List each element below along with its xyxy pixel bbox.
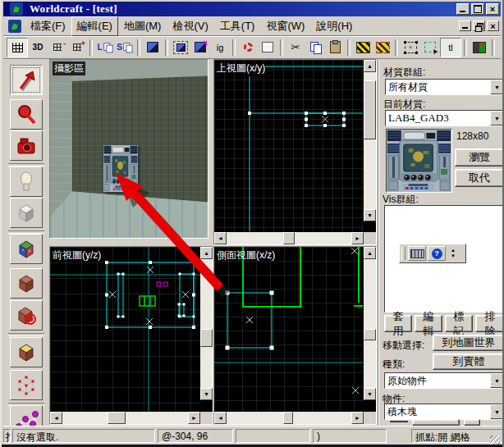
grid-smaller-button[interactable]: - (48, 39, 67, 57)
replace-button[interactable]: 取代 (455, 169, 504, 187)
save-window-state-button[interactable]: S (115, 39, 135, 57)
scroll-left-button[interactable]: ◄ (50, 412, 62, 424)
menu-item-view[interactable]: 檢視(V) (167, 16, 213, 36)
scroll-right-button[interactable]: ► (188, 412, 200, 424)
scroll-left-button[interactable]: ◄ (214, 232, 227, 244)
visgroup-edit-button[interactable]: 編輯 (415, 315, 442, 332)
mdi-minimize-button[interactable] (459, 21, 471, 31)
object-combo[interactable]: 積木塊 ▼ (384, 404, 504, 420)
close-button[interactable]: × (486, 3, 499, 15)
chevron-down-icon[interactable]: ▼ (490, 80, 504, 94)
size-spinner[interactable]: ▲▼ (451, 249, 456, 258)
scroll-thumb[interactable] (283, 412, 293, 424)
cordon-edit-button[interactable] (373, 39, 392, 57)
menu-item-file[interactable]: 檔案(F) (25, 16, 71, 36)
front-horizontal-scrollbar[interactable]: ◄ ► (50, 412, 200, 424)
scroll-right-button[interactable]: ► (351, 232, 364, 244)
keyboard-button[interactable] (408, 246, 426, 261)
maximize-button[interactable] (471, 3, 484, 15)
spinner-down-icon[interactable]: ▼ (451, 254, 456, 258)
clipping-tool[interactable] (10, 337, 43, 367)
scroll-thumb[interactable] (283, 232, 295, 244)
mdi-restore-button[interactable] (473, 21, 485, 31)
clipped-toolbar-button[interactable]: ʒ (497, 39, 504, 57)
scroll-thumb[interactable] (200, 329, 213, 347)
scroll-thumb[interactable] (108, 412, 126, 424)
ungroup-button[interactable]: ↯ (190, 39, 210, 57)
scroll-thumb[interactable] (364, 80, 376, 139)
texture-lock-button[interactable]: tl (440, 38, 461, 57)
texture-group-combo[interactable]: 所有材質 ▼ (385, 79, 504, 95)
clipped-button[interactable] (464, 419, 480, 426)
to-world-button[interactable]: 到地圖世界 (433, 335, 504, 351)
scroll-right-button[interactable]: ► (351, 412, 364, 424)
menu-item-help[interactable]: 說明(H) (310, 16, 358, 36)
clipped-insert-button[interactable] (412, 419, 460, 426)
visgroup-mark-button[interactable]: 標記 (445, 315, 473, 332)
grid-3d-button[interactable]: 3D (28, 39, 48, 57)
camera-viewport[interactable]: 攝影區 (49, 59, 208, 239)
chevron-down-icon[interactable]: ▼ (490, 373, 504, 388)
selection-bounds-button[interactable]: × (401, 39, 420, 57)
spinner-up-icon[interactable]: ▲ (451, 249, 456, 253)
side-viewport-canvas[interactable] (214, 247, 363, 412)
scroll-up-button[interactable]: ▲ (364, 247, 376, 259)
to-entity-button[interactable]: 到實體 (433, 353, 504, 370)
face-flip-button[interactable] (470, 39, 489, 57)
magnify-tool[interactable] (10, 99, 43, 130)
top-viewport-canvas[interactable] (214, 60, 363, 231)
entity-tool[interactable] (10, 166, 43, 197)
block-tool[interactable] (10, 198, 43, 228)
help-button[interactable]: ? (428, 246, 446, 261)
side-horizontal-scrollbar[interactable]: ◄ ► (214, 412, 364, 424)
category-combo[interactable]: 原始物件 ▼ (384, 372, 504, 389)
apply-texture-tool[interactable] (10, 268, 43, 299)
top-horizontal-scrollbar[interactable]: ◄ ► (214, 232, 364, 244)
cordon-button[interactable] (353, 39, 373, 57)
hide-selected-button[interactable] (238, 39, 258, 57)
scroll-down-button[interactable]: ▼ (364, 209, 376, 221)
texture-application-tool[interactable] (10, 234, 43, 264)
top-vertical-scrollbar[interactable]: ▲ ▼ (364, 60, 376, 221)
camera-tool[interactable] (10, 130, 43, 161)
ignore-groups-button[interactable]: ig (210, 39, 230, 57)
menu-item-window[interactable]: 視窗(W) (260, 16, 310, 36)
paste-button[interactable] (325, 39, 345, 57)
vertex-tool[interactable] (10, 370, 43, 400)
scroll-left-button[interactable]: ◄ (214, 412, 227, 424)
current-texture-combo[interactable]: LAB4_GAD3 ▼ (385, 110, 504, 126)
scroll-down-button[interactable]: ▼ (200, 388, 213, 400)
path-tool[interactable] (10, 405, 43, 426)
minimize-button[interactable] (456, 3, 470, 15)
carve-button[interactable] (143, 39, 163, 57)
mdi-close-button[interactable]: × (487, 21, 499, 31)
floating-mini-toolbar[interactable]: ? ▲▼ (399, 244, 466, 263)
grid-toggle-button[interactable] (7, 38, 28, 57)
visgroup-exclude-button[interactable]: 排除 (475, 315, 504, 332)
scroll-up-button[interactable]: ▲ (200, 247, 213, 259)
cut-button[interactable]: ✂ (286, 39, 305, 57)
group-button[interactable] (171, 39, 190, 57)
menu-item-edit[interactable]: 編輯(E) (71, 16, 118, 36)
chevron-down-icon[interactable]: ▼ (490, 111, 504, 125)
browse-button[interactable]: 瀏覽 (455, 148, 504, 166)
decals-tool[interactable] (10, 300, 43, 331)
toolbar-grip[interactable] (401, 247, 405, 260)
title-bar[interactable]: Worldcraft - [test] × (3, 2, 501, 16)
side-vertical-scrollbar[interactable]: ▲ ▼ (364, 247, 376, 400)
menu-item-tools[interactable]: 工具(T) (214, 16, 261, 36)
selection-tool[interactable] (10, 65, 43, 95)
visgroups-list[interactable]: ? ▲▼ (384, 205, 504, 312)
front-vertical-scrollbar[interactable]: ▲ ▼ (200, 247, 213, 400)
chevron-down-icon[interactable]: ▼ (490, 404, 504, 419)
scroll-up-button[interactable]: ▲ (364, 60, 376, 72)
scroll-down-button[interactable]: ▼ (364, 388, 376, 400)
front-viewport-canvas[interactable] (50, 247, 200, 412)
grid-larger-button[interactable]: + (67, 39, 87, 57)
load-window-state-button[interactable]: L (95, 39, 115, 57)
copy-button[interactable] (305, 39, 325, 57)
menu-item-map[interactable]: 地圖(M) (118, 16, 167, 36)
auto-select-button[interactable] (420, 39, 440, 57)
scroll-thumb[interactable] (364, 329, 376, 340)
visgroup-apply-button[interactable]: 套用 (384, 315, 412, 332)
